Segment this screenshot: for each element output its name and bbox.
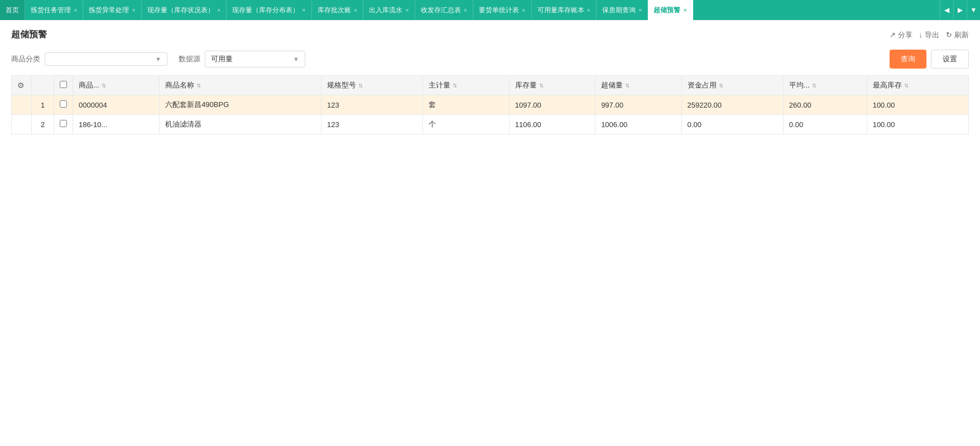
table-header-row: ⚙ 商品... ⇅ 商品名称 ⇅ [12,76,969,95]
sort-icon-product-code: ⇅ [102,83,106,89]
row-capital: 259220.00 [681,95,783,115]
th-max-stock[interactable]: 最高库存 ⇅ [867,76,968,95]
sort-max-stock[interactable]: 最高库存 ⇅ [873,80,909,90]
nav-item-stock-status[interactable]: 现存量（库存状况表） × [142,0,227,20]
top-navigation: 首页 拣货任务管理 × 拣货异常处理 × 现存量（库存状况表） × 现存量（库存… [0,0,980,20]
sort-icon-unit: ⇅ [453,83,457,89]
row-avg: 260.00 [783,95,867,115]
row-num: 1 [32,95,54,115]
nav-close-stock-dist[interactable]: × [302,7,305,13]
category-filter: 商品分类 ▼ [11,52,167,66]
share-button[interactable]: ↗ 分享 [890,30,912,40]
nav-item-requisition[interactable]: 要货单统计表 × [473,0,531,20]
nav-close-stock-status[interactable]: × [217,7,220,13]
nav-close-summary[interactable]: × [464,7,467,13]
th-spec[interactable]: 规格型号 ⇅ [321,76,423,95]
sort-icon-max-stock: ⇅ [904,83,909,89]
row-spec: 123 [321,95,423,115]
refresh-button[interactable]: ↻ 刷新 [946,30,969,40]
row-product-name: 机油滤清器 [160,115,321,134]
export-icon: ↓ [919,31,923,39]
export-button[interactable]: ↓ 导出 [919,30,940,40]
nav-item-batch[interactable]: 库存批次账 × [312,0,363,20]
sort-overstock[interactable]: 超储量 ⇅ [601,80,630,90]
th-avg[interactable]: 平均... ⇅ [783,76,867,95]
nav-close-exception[interactable]: × [132,7,135,13]
sort-product-code[interactable]: 商品... ⇅ [79,80,106,90]
datasource-chevron-icon: ▼ [293,56,299,62]
row-unit: 套 [423,95,509,115]
nav-close-expiry[interactable]: × [638,7,642,13]
datasource-label: 数据源 [179,54,200,64]
nav-item-available[interactable]: 可用量库存账本 × [532,0,597,20]
row-stock: 1106.00 [509,115,595,134]
row-settings-cell [12,95,32,115]
nav-item-exception[interactable]: 拣货异常处理 × [83,0,141,20]
row-product-code: 0000004 [73,95,160,115]
table-row[interactable]: 1 0000004 六配套新昌490BPG 123 套 1097.00 997.… [12,95,969,115]
nav-item-flow[interactable]: 出入库流水 × [363,0,415,20]
query-button[interactable]: 查询 [890,50,926,69]
nav-item-home[interactable]: 首页 [0,0,25,20]
filter-buttons: 查询 设置 [890,50,969,69]
th-capital[interactable]: 资金占用 ⇅ [681,76,783,95]
row-unit: 个 [423,115,509,134]
nav-item-stock-dist[interactable]: 现存量（库存分布表） × [227,0,311,20]
table-row[interactable]: 2 186-10... 机油滤清器 123 个 1106.00 1006.00 … [12,115,969,134]
sort-avg[interactable]: 平均... ⇅ [789,80,816,90]
nav-close-task[interactable]: × [74,7,77,13]
sort-capital[interactable]: 资金占用 ⇅ [688,80,723,90]
nav-close-overstock[interactable]: × [683,7,686,13]
sort-icon-stock: ⇅ [539,83,544,89]
th-overstock[interactable]: 超储量 ⇅ [595,76,681,95]
nav-arrows: ◀ ▶ ▼ [940,0,980,20]
nav-close-flow[interactable]: × [405,7,409,13]
sort-icon-product-name: ⇅ [196,83,201,89]
sort-unit[interactable]: 主计量 ⇅ [429,80,457,90]
nav-menu-button[interactable]: ▼ [967,0,980,20]
nav-item-expiry[interactable]: 保质期查询 × [597,0,648,20]
row-max-stock: 100.00 [867,115,968,134]
nav-prev-button[interactable]: ◀ [940,0,953,20]
select-all-checkbox[interactable] [60,81,67,88]
row-overstock: 1006.00 [595,115,681,134]
row-check[interactable] [54,95,73,115]
sort-stock[interactable]: 库存量 ⇅ [515,80,544,90]
category-select[interactable]: ▼ [45,52,167,66]
row-capital: 0.00 [681,115,783,134]
nav-item-summary[interactable]: 收发存汇总表 × [415,0,473,20]
th-product-code[interactable]: 商品... ⇅ [73,76,160,95]
table-body: 1 0000004 六配套新昌490BPG 123 套 1097.00 997.… [12,95,969,134]
row-checkbox[interactable] [60,120,67,127]
row-num: 2 [32,115,54,134]
th-settings: ⚙ [12,76,32,95]
row-product-name: 六配套新昌490BPG [160,95,321,115]
nav-close-batch[interactable]: × [354,7,357,13]
page-title: 超储预警 [11,29,47,41]
nav-close-requisition[interactable]: × [522,7,525,13]
category-label: 商品分类 [11,54,40,64]
sort-icon-avg: ⇅ [812,83,816,89]
row-spec: 123 [321,115,423,134]
th-stock[interactable]: 库存量 ⇅ [509,76,595,95]
sort-icon-spec: ⇅ [358,83,363,89]
row-avg: 0.00 [783,115,867,134]
row-settings-cell [12,115,32,134]
nav-item-task[interactable]: 拣货任务管理 × [25,0,83,20]
th-unit[interactable]: 主计量 ⇅ [423,76,509,95]
sort-icon-capital: ⇅ [719,83,723,89]
row-checkbox[interactable] [60,100,67,108]
nav-next-button[interactable]: ▶ [953,0,967,20]
refresh-icon: ↻ [946,31,952,39]
main-content: 超储预警 ↗ 分享 ↓ 导出 ↻ 刷新 商品分类 ▼ 数据源 [0,20,980,446]
sort-spec[interactable]: 规格型号 ⇅ [327,80,363,90]
page-header: 超储预警 ↗ 分享 ↓ 导出 ↻ 刷新 [11,29,969,41]
column-settings-icon[interactable]: ⚙ [17,81,25,90]
nav-item-overstock[interactable]: 超储预警 × [648,0,693,20]
nav-close-available[interactable]: × [587,7,590,13]
row-check[interactable] [54,115,73,134]
datasource-select[interactable]: 可用量 ▼ [205,51,305,67]
sort-product-name[interactable]: 商品名称 ⇅ [165,80,201,90]
th-product-name[interactable]: 商品名称 ⇅ [160,76,321,95]
settings-button[interactable]: 设置 [931,50,969,69]
